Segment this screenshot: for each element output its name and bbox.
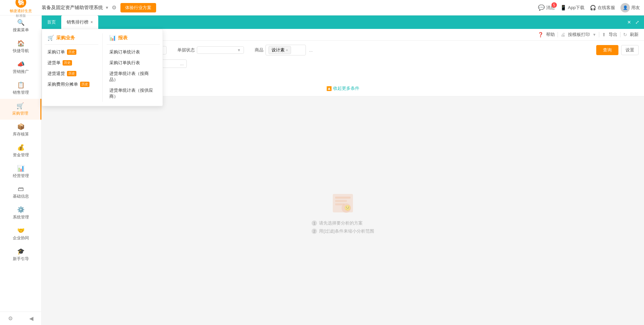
content-area: 首页 销售排行榜 × ✕ ⤢ ❓ 帮助 🖨 按模板打印 bbox=[42, 15, 644, 325]
sidebar-item-guide[interactable]: 🎓 新手引导 bbox=[0, 244, 41, 265]
sidebar-label-sales: 销售管理 bbox=[13, 90, 29, 95]
tab-bar: 首页 销售排行榜 × ✕ ⤢ bbox=[42, 15, 644, 29]
sidebar-settings-icon[interactable]: ⚙ bbox=[8, 315, 13, 322]
goods-tag-close[interactable]: × bbox=[286, 48, 288, 52]
marketing-icon: 📣 bbox=[17, 60, 25, 68]
sidebar-label-basicinfo: 基础信息 bbox=[13, 194, 29, 199]
print-template-btn[interactable]: 按模板打印 bbox=[568, 32, 590, 38]
salesperson-ellipsis[interactable]: ... bbox=[180, 61, 184, 66]
finance-icon: 💰 bbox=[17, 144, 25, 151]
collapse-label: 收起更多条件 bbox=[333, 85, 359, 91]
date-from-input[interactable] bbox=[97, 46, 129, 54]
date-to-input[interactable] bbox=[135, 46, 167, 54]
sidebar-item-finance[interactable]: 💰 资金管理 bbox=[0, 140, 41, 161]
refresh-btn[interactable]: 刷新 bbox=[630, 32, 639, 38]
sidebar-label-search: 搜索菜单 bbox=[13, 27, 29, 33]
tab-close-all-icon[interactable]: ✕ bbox=[625, 19, 633, 25]
online-service-label: 在线客服 bbox=[598, 5, 615, 11]
print-icon: 🖨 bbox=[561, 32, 565, 37]
sidebar-collapse-icon[interactable]: ◀ bbox=[29, 315, 33, 322]
message-badge: 5 bbox=[551, 2, 557, 8]
date-filter-group: 日期 近7天 更多 自定义 - bbox=[47, 46, 167, 54]
doc-status-label: 单据状态 bbox=[177, 47, 195, 53]
svg-rect-2 bbox=[335, 200, 347, 202]
user-menu-btn[interactable]: 👤 用友 bbox=[620, 3, 640, 12]
sidebar-item-system[interactable]: ⚙️ 系统管理 bbox=[0, 203, 41, 224]
title-dropdown-arrow[interactable]: ▼ bbox=[105, 5, 109, 10]
toolbar-sep3 bbox=[620, 32, 620, 37]
date-label: 日期 bbox=[47, 47, 56, 53]
salesperson-label: 业务员 bbox=[124, 60, 138, 67]
date-shortcut-custom[interactable]: 自定义 bbox=[82, 47, 95, 53]
sidebar-item-inventory[interactable]: 📦 库存核算 bbox=[0, 120, 41, 140]
toolbar: ❓ 帮助 🖨 按模板打印 ▼ ⬆ 导出 ↻ 刷新 bbox=[42, 29, 644, 41]
system-title: 装备及固定资产辅助管理系统 bbox=[42, 5, 103, 11]
customer-select[interactable]: ... bbox=[58, 72, 105, 80]
query-btn[interactable]: 查询 bbox=[596, 45, 618, 55]
guide-icon: 🎓 bbox=[17, 248, 25, 255]
tab-bar-actions: ✕ ⤢ bbox=[625, 19, 644, 25]
toolbar-sep1 bbox=[558, 32, 558, 37]
print-arrow[interactable]: ▼ bbox=[593, 33, 596, 37]
enterprise-icon: 🤝 bbox=[17, 227, 25, 234]
goods-ellipsis[interactable]: ... bbox=[309, 48, 313, 53]
customer-ellipsis[interactable]: ... bbox=[98, 73, 102, 78]
tip-num-1: 1 bbox=[312, 220, 317, 226]
ranking-select[interactable]: 金额 ▼ bbox=[67, 59, 114, 68]
filter-action-btns: 查询 设置 bbox=[596, 45, 639, 55]
sidebar-item-enterprise[interactable]: 🤝 企业协同 bbox=[0, 224, 41, 244]
tab-expand-icon[interactable]: ⤢ bbox=[633, 19, 641, 25]
top-right: 💬 消息 5 📱 App下载 🎧 在线客服 👤 用友 bbox=[538, 3, 640, 12]
tab-home[interactable]: 首页 bbox=[42, 15, 61, 29]
online-service-btn[interactable]: 🎧 在线客服 bbox=[590, 5, 615, 11]
help-btn[interactable]: 帮助 bbox=[546, 32, 555, 38]
toolbar-sep2 bbox=[599, 32, 599, 37]
settings-gear-icon[interactable]: ⚙ bbox=[112, 4, 116, 11]
sidebar-label-operations: 经营管理 bbox=[13, 173, 29, 179]
sidebar-item-basic-info[interactable]: 🗃 基础信息 bbox=[0, 182, 41, 203]
filter-row-2: 排名项目 金额 ▼ 业务员 ... bbox=[47, 59, 639, 68]
sidebar-item-search[interactable]: 🔍 搜索菜单 bbox=[0, 15, 41, 36]
user-label: 用友 bbox=[631, 5, 640, 11]
ranking-arrow: ▼ bbox=[107, 62, 111, 66]
goods-filter-tags[interactable]: 设计素 × bbox=[265, 45, 306, 55]
sidebar-item-quick-nav[interactable]: 🏠 快捷导航 bbox=[0, 36, 41, 57]
date-separator: - bbox=[131, 48, 132, 53]
main-area: 🔍 搜索菜单 🏠 快捷导航 📣 营销推广 📋 销售管理 🛒 采购管理 📦 bbox=[0, 15, 644, 325]
tab-sales-rank-label: 销售排行榜 bbox=[67, 19, 88, 25]
sales-icon: 📋 bbox=[17, 81, 25, 89]
top-bar: 畅 畅捷通好生意 标准版 装备及固定资产辅助管理系统 ▼ ⚙ 体验行业方案 💬 … bbox=[0, 0, 644, 15]
inventory-icon: 📦 bbox=[17, 123, 25, 130]
goods-filter-group: 商品 设计素 × ... bbox=[255, 45, 313, 55]
app-download-label: App下载 bbox=[568, 5, 584, 11]
svg-text:😕: 😕 bbox=[344, 205, 351, 211]
doc-status-filter-group: 单据状态 ▼ bbox=[177, 46, 244, 54]
sidebar-item-purchase[interactable]: 🛒 采购管理 bbox=[0, 99, 41, 120]
industry-btn[interactable]: 体验行业方案 bbox=[120, 3, 156, 12]
sidebar-label-purchase: 采购管理 bbox=[12, 111, 28, 116]
sidebar-item-operations[interactable]: 📊 经营管理 bbox=[0, 161, 41, 182]
goods-label: 商品 bbox=[255, 47, 263, 53]
collapse-btn[interactable]: 🔼 收起更多条件 bbox=[326, 85, 359, 91]
export-icon: ⬆ bbox=[602, 32, 606, 37]
filter-area: 日期 近7天 更多 自定义 - 单据状态 ▼ bbox=[42, 41, 644, 96]
settings-btn-filter[interactable]: 设置 bbox=[621, 45, 639, 55]
salesperson-select[interactable]: ... bbox=[140, 59, 187, 68]
empty-tip-1-label: 请先选择要分析的方案 bbox=[319, 220, 363, 226]
date-shortcut-more[interactable]: 更多 bbox=[71, 47, 80, 53]
sidebar-label-system: 系统管理 bbox=[13, 214, 29, 220]
sidebar-item-sales[interactable]: 📋 销售管理 bbox=[0, 78, 41, 99]
messages-btn[interactable]: 💬 消息 5 bbox=[538, 4, 555, 11]
export-btn[interactable]: 导出 bbox=[609, 32, 617, 38]
collapse-row: 🔼 收起更多条件 bbox=[47, 83, 639, 92]
app-download-btn[interactable]: 📱 App下载 bbox=[560, 5, 584, 11]
collapse-icon: 🔼 bbox=[326, 86, 332, 91]
ranking-filter-group: 排名项目 金额 ▼ bbox=[47, 59, 114, 68]
doc-status-select[interactable]: ▼ bbox=[197, 46, 244, 54]
tab-sales-rank[interactable]: 销售排行榜 × bbox=[61, 15, 98, 29]
sidebar-item-marketing[interactable]: 📣 营销推广 bbox=[0, 57, 41, 78]
tab-close-icon[interactable]: × bbox=[91, 20, 93, 25]
ranking-label: 排名项目 bbox=[47, 60, 65, 67]
date-shortcut-7days[interactable]: 近7天 bbox=[58, 47, 69, 53]
customer-filter-group: 客户 ... bbox=[47, 72, 105, 80]
